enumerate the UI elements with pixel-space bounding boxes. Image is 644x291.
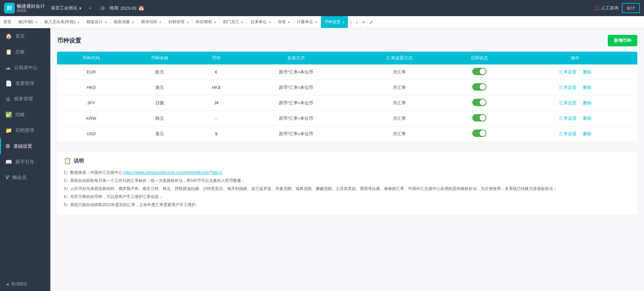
note-title: 📋 说明 xyxy=(64,157,631,164)
tab-dept[interactable]: 部门员工 × xyxy=(220,16,247,28)
new-currency-btn[interactable]: 新增币种 xyxy=(608,35,637,46)
delete-link[interactable]: 删除 xyxy=(583,116,592,121)
tab-inventory-close[interactable]: × xyxy=(288,20,290,24)
main-layout: 🏠 首页 📋 总账 ☁ 云报表中心 📄 发票管理 🖨 税务管理 ✅ 结账 📁 归… xyxy=(0,28,644,291)
add-project-btn[interactable]: ＋ xyxy=(85,5,96,12)
cell-rate-type: 月汇率 xyxy=(354,126,445,142)
tab-currency-close[interactable]: × xyxy=(342,20,344,24)
toggle-switch-usd[interactable] xyxy=(472,130,486,137)
support-label: 人工咨询 xyxy=(601,5,619,11)
cell-status xyxy=(445,64,514,80)
sidebar-item-checkout[interactable]: ✅ 结账 xyxy=(0,107,50,123)
tab-period-close[interactable]: 期末结转 × xyxy=(138,16,165,28)
period-label: 账期 xyxy=(110,5,118,11)
sidebar-checkout-label: 结账 xyxy=(15,112,25,118)
cell-code: KRW xyxy=(57,111,125,126)
tab-income[interactable]: 收入支出表(年报) × xyxy=(41,16,83,28)
tab-income-close[interactable]: × xyxy=(77,20,79,24)
tab-tax-label: 税表清册 xyxy=(114,19,130,25)
tab-dept-label: 部门员工 xyxy=(223,19,239,25)
sidebar-unpin-btn[interactable]: ◄ 取消固定 xyxy=(0,277,50,291)
project-selector[interactable]: 基层工会测试 ▾ xyxy=(51,5,82,11)
toggle-switch-jpy[interactable] xyxy=(472,99,486,106)
cell-symbol: $ xyxy=(194,126,239,142)
tab-contacts-label: 往来单位 xyxy=(251,19,267,25)
rate-setting-link[interactable]: 汇率设置 xyxy=(559,116,577,121)
sidebar-cloud-label: 云报表中心 xyxy=(14,65,38,71)
sidebar-item-cloud[interactable]: ☁ 云报表中心 xyxy=(0,60,50,76)
delete-link[interactable]: 删除 xyxy=(583,69,592,75)
cell-name: 韩元 xyxy=(125,111,194,126)
delete-link[interactable]: 删除 xyxy=(583,85,592,90)
toggle-switch-hkd[interactable] xyxy=(472,83,486,91)
settings-gear-icon[interactable]: ⚙ xyxy=(99,5,106,11)
sidebar-item-archive[interactable]: 📁 归档管理 xyxy=(0,123,50,138)
delete-link[interactable]: 删除 xyxy=(583,131,592,136)
cell-name: 欧元 xyxy=(125,64,194,80)
cell-rate-type: 月汇率 xyxy=(354,111,445,126)
sidebar-item-tax[interactable]: 🖨 税务管理 xyxy=(0,91,50,107)
cell-actions: 汇率设置 删除 xyxy=(514,64,637,80)
cell-rate-type: 月汇率 xyxy=(354,80,445,95)
tab-contacts-close[interactable]: × xyxy=(269,20,271,24)
tab-inventory[interactable]: 存货 × xyxy=(274,16,293,28)
tab-ledger-close[interactable]: × xyxy=(35,20,37,24)
tab-contacts[interactable]: 往来单位 × xyxy=(247,16,274,28)
guide-icon: 📖 xyxy=(5,159,12,165)
col-symbol: 币符 xyxy=(194,52,239,64)
tab-period-close-x[interactable]: × xyxy=(159,20,161,24)
toggle-switch-krw[interactable] xyxy=(472,114,486,122)
sidebar-item-invoice[interactable]: 📄 发票管理 xyxy=(0,76,50,91)
tab-close-all-btn[interactable]: × xyxy=(360,16,367,28)
sidebar-item-member[interactable]: V 畅会员 xyxy=(0,170,50,185)
tab-home[interactable]: 首页 xyxy=(0,16,15,28)
cell-name: 日圆 xyxy=(125,95,194,111)
rate-setting-link[interactable]: 汇率设置 xyxy=(559,100,577,105)
sidebar-item-ledger[interactable]: 📋 总账 xyxy=(0,44,50,60)
rate-setting-link[interactable]: 汇率设置 xyxy=(559,69,577,75)
cell-method: 原币*汇率=本位币 xyxy=(239,95,354,111)
cell-symbol: € xyxy=(194,64,239,80)
note-item: 3）人民币对马来西亚林吉特、俄罗斯卢布、南非兰特、韩元、阿联酋迪拉姆、沙特里亚尔… xyxy=(64,185,631,193)
tab-tax[interactable]: 税表清册 × xyxy=(110,16,138,28)
toggle-switch-eur[interactable] xyxy=(472,68,486,75)
tab-ledger[interactable]: 账(中期) × xyxy=(15,16,41,28)
tab-tax-close[interactable]: × xyxy=(132,20,134,24)
sidebar-item-guide[interactable]: 📖 新手引导 xyxy=(0,154,50,170)
support-button[interactable]: 🎧 人工咨询 xyxy=(594,5,619,11)
app-logo-icon: 好 xyxy=(4,3,15,13)
cell-code: HKD xyxy=(57,80,125,95)
tab-dept-close[interactable]: × xyxy=(241,20,243,24)
sidebar-settings-label: 基础设置 xyxy=(13,143,32,149)
tab-subjects[interactable]: 科目期初 × xyxy=(193,16,220,28)
tab-units-close[interactable]: × xyxy=(315,20,317,24)
tab-prev-btn[interactable]: ‹ xyxy=(348,16,354,28)
tab-period-close-label: 期末结转 xyxy=(141,19,157,25)
account-button[interactable]: 会计 xyxy=(622,3,640,13)
cell-name: 美元 xyxy=(125,126,194,142)
cell-status xyxy=(445,111,514,126)
note-item: 2）系统自动获取每月第一个工作日的汇率标价，统一为直接标价法，即1外币可以兑换的… xyxy=(64,177,631,185)
delete-link[interactable]: 删除 xyxy=(583,100,592,105)
calendar-icon[interactable]: 📅 xyxy=(139,6,144,11)
period-value: 2023-03 xyxy=(120,6,137,11)
tab-next-btn[interactable]: › xyxy=(354,16,360,28)
tab-income-label: 收入支出表(年报) xyxy=(44,19,75,25)
tab-currency[interactable]: 币种设置 × xyxy=(321,16,348,28)
tab-expand-btn[interactable]: ⤢ xyxy=(367,16,375,28)
sidebar-item-settings[interactable]: ⚙ 基础设置 xyxy=(0,138,50,154)
rate-setting-link[interactable]: 汇率设置 xyxy=(559,85,577,90)
tab-template[interactable]: 模版设计 × xyxy=(83,16,110,28)
tab-archive-close[interactable]: × xyxy=(186,20,189,24)
tab-subjects-close[interactable]: × xyxy=(214,20,216,24)
tab-template-close[interactable]: × xyxy=(105,20,107,24)
sidebar: 🏠 首页 📋 总账 ☁ 云报表中心 📄 发票管理 🖨 税务管理 ✅ 结账 📁 归… xyxy=(0,28,50,291)
table-row: HKD 港元 HK$ 原币*汇率=本位币 月汇率 汇率设置 删除 xyxy=(57,80,637,95)
rate-setting-link[interactable]: 汇率设置 xyxy=(559,131,577,136)
cell-actions: 汇率设置 删除 xyxy=(514,80,637,95)
tab-currency-label: 币种设置 xyxy=(324,19,340,25)
sidebar-item-home[interactable]: 🏠 首页 xyxy=(0,28,50,44)
tab-units[interactable]: 计量单位 × xyxy=(293,16,321,28)
tab-archive[interactable]: 归档管理 × xyxy=(165,16,192,28)
note-link[interactable]: https://www.chinamoney.com.cn/chinese/bk… xyxy=(123,170,222,175)
